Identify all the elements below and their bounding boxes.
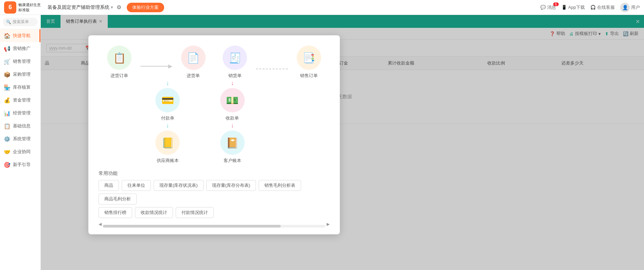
nav-label-5: 资金管理 (13, 97, 31, 103)
flow-modal: 📋 进货订单 ▶ (88, 35, 340, 234)
nav-label-8: 系统管理 (13, 136, 31, 142)
nav-icon-2: 🛒 (4, 58, 10, 65)
down-arrow-customer: ↓ (231, 122, 234, 129)
customer-ledger-label: 客户账本 (224, 158, 241, 164)
customer-ledger-node[interactable]: 📔 (220, 130, 245, 155)
search-icon: 🔍 (6, 20, 11, 24)
nav-label-4: 库存核算 (13, 84, 31, 90)
message-icon: 💬 (540, 5, 546, 10)
avatar: 👤 (620, 3, 630, 12)
func-btn-row1-4[interactable]: 销售毛利分析表 (259, 180, 301, 191)
modal-scrollbar[interactable] (103, 225, 325, 228)
receipt-bill-node[interactable]: 💵 (220, 88, 245, 112)
nav-label-7: 基础信息 (13, 123, 31, 129)
nav-icon-1: 📢 (4, 46, 10, 52)
purchase-bill-node[interactable]: 📄 (181, 46, 206, 70)
nav-label-6: 经营管理 (13, 110, 31, 116)
func-btn-row1-1[interactable]: 往来单位 (122, 180, 151, 191)
content-area: 首页 销售订单执行表 ✕ ✕ ❓ 帮助 🖨 按模板打印 ▾ (41, 15, 644, 270)
common-functions: 常用功能 商品往来单位现存量(库存状况表)现存量(库存分布表)销售毛利分析表商品… (99, 170, 330, 218)
nav-label-3: 采购管理 (13, 71, 31, 77)
payment-bill-node[interactable]: 💳 (155, 88, 180, 112)
sidebar-item-8[interactable]: ⚙️系统管理 (0, 132, 40, 145)
sidebar-nav: 🏠快捷导航📢营销推广🛒销售管理📦采购管理🏪库存核算💰资金管理📊经营管理📋基础信息… (0, 29, 40, 171)
sidebar-item-10[interactable]: 🎯新手引导 (0, 158, 40, 171)
common-functions-title: 常用功能 (99, 170, 330, 177)
system-title-area: 装备及固定资产辅助管理系统 ▾ (48, 4, 113, 11)
purchase-bill-label: 进货单 (187, 73, 200, 79)
sales-bill-label: 销货单 (228, 73, 242, 79)
sidebar-item-9[interactable]: 🤝企业协同 (0, 145, 40, 158)
down-arrow-payment: ↓ (166, 79, 169, 87)
nav-icon-7: 📋 (4, 123, 10, 129)
nav-icon-10: 🎯 (4, 162, 10, 168)
nav-icon-9: 🤝 (4, 149, 10, 155)
down-arrow-receipt: ↓ (231, 79, 234, 87)
supplier-ledger-node[interactable]: 📒 (155, 130, 180, 155)
scrollbar-thumb[interactable] (103, 225, 281, 228)
sidebar-item-1[interactable]: 📢营销推广 (0, 42, 40, 55)
logo-text: 畅康通好生意 标准版 (18, 2, 41, 12)
nav-icon-8: ⚙️ (4, 136, 10, 142)
sidebar-item-6[interactable]: 📊经营管理 (0, 107, 40, 120)
logo-area: 6 畅康通好生意 标准版 (4, 1, 45, 14)
nav-label-1: 营销推广 (13, 46, 31, 52)
message-button[interactable]: 💬 消息 6 (540, 4, 556, 11)
nav-icon-5: 💰 (4, 97, 10, 103)
sales-order-node[interactable]: 📑 (297, 46, 321, 70)
sales-bill-node[interactable]: 🧾 (223, 46, 247, 70)
purchase-order-label: 进货订单 (110, 73, 128, 79)
func-btn-row1-5[interactable]: 商品毛利分析 (99, 194, 137, 204)
func-buttons-row1: 商品往来单位现存量(库存状况表)现存量(库存分布表)销售毛利分析表商品毛利分析 (99, 180, 330, 204)
flow-modal-overlay: 📋 进货订单 ▶ (41, 15, 644, 270)
sidebar-item-5[interactable]: 💰资金管理 (0, 94, 40, 107)
func-btn-row1-2[interactable]: 现存量(库存状况表) (154, 180, 204, 191)
online-service-button[interactable]: 🎧 在线客服 (590, 4, 615, 11)
avatar-icon: 👤 (622, 5, 628, 10)
nav-icon-0: 🏠 (4, 33, 10, 39)
sidebar: 🔍 搜索菜单 🏠快捷导航📢营销推广🛒销售管理📦采购管理🏪库存核算💰资金管理📊经营… (0, 15, 41, 270)
sidebar-item-2[interactable]: 🛒销售管理 (0, 55, 40, 68)
purchase-order-node[interactable]: 📋 (107, 46, 132, 70)
app-download-button[interactable]: 📱 App下载 (561, 4, 585, 11)
func-btn-row2-1[interactable]: 收款情况统计 (135, 207, 173, 218)
search-menu-button[interactable]: 🔍 搜索菜单 (3, 18, 38, 26)
logo-icon: 6 (4, 1, 16, 14)
supplier-ledger-label: 供应商账本 (157, 158, 179, 164)
nav-label-0: 快捷导航 (13, 33, 31, 39)
nav-label-10: 新手引导 (13, 162, 31, 168)
nav-label-2: 销售管理 (13, 58, 31, 65)
nav-icon-3: 📦 (4, 71, 10, 77)
system-title: 装备及固定资产辅助管理系统 (48, 4, 109, 11)
sidebar-item-4[interactable]: 🏪库存核算 (0, 81, 40, 94)
nav-icon-6: 📊 (4, 110, 10, 116)
top-right-area: 💬 消息 6 📱 App下载 🎧 在线客服 👤 用户 (540, 3, 640, 12)
scroll-right-icon[interactable]: ▶ (327, 222, 330, 227)
sidebar-search-area[interactable]: 🔍 搜索菜单 (0, 15, 40, 29)
sidebar-item-3[interactable]: 📦采购管理 (0, 68, 40, 81)
func-btn-row2-2[interactable]: 付款情况统计 (176, 207, 214, 218)
func-buttons-row2: 销售排行榜收款情况统计付款情况统计 (99, 207, 330, 218)
settings-icon[interactable]: ⚙ (117, 4, 121, 11)
func-btn-row1-3[interactable]: 现存量(库存分布表) (206, 180, 256, 191)
func-btn-row2-0[interactable]: 销售排行榜 (99, 207, 132, 218)
top-bar: 6 畅康通好生意 标准版 装备及固定资产辅助管理系统 ▾ ⚙ 体验行业方案 💬 … (0, 0, 644, 15)
sidebar-item-0[interactable]: 🏠快捷导航 (0, 29, 40, 42)
trial-button[interactable]: 体验行业方案 (127, 3, 164, 12)
user-menu-button[interactable]: 👤 用户 (620, 3, 640, 12)
receipt-bill-label: 收款单 (226, 115, 239, 121)
nav-label-9: 企业协同 (13, 149, 31, 155)
scroll-left-icon[interactable]: ◀ (99, 222, 102, 227)
phone-icon: 📱 (561, 5, 567, 10)
nav-icon-4: 🏪 (4, 84, 10, 90)
sidebar-item-7[interactable]: 📋基础信息 (0, 120, 40, 132)
down-arrow-supplier: ↓ (166, 122, 169, 129)
dropdown-arrow-icon[interactable]: ▾ (111, 5, 113, 10)
payment-bill-label: 付款单 (161, 115, 174, 121)
flow-diagram: 📋 进货订单 ▶ (99, 46, 330, 164)
message-badge: 6 (553, 2, 559, 6)
modal-scroll-area: ◀ ▶ (99, 221, 330, 228)
service-icon: 🎧 (590, 5, 596, 10)
func-btn-row1-0[interactable]: 商品 (99, 180, 119, 191)
sales-order-label: 销售订单 (300, 73, 318, 79)
